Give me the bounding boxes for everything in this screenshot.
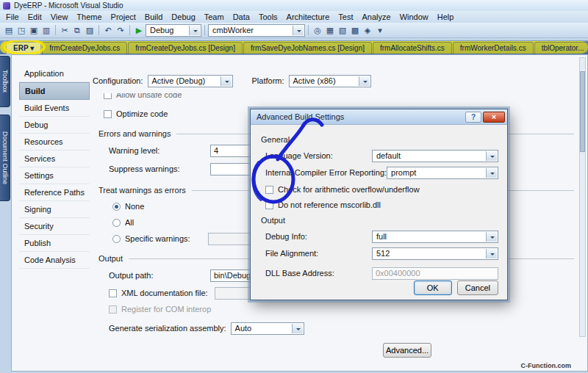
menu-item[interactable]: Test <box>334 12 357 22</box>
compiler-error-select[interactable]: prompt <box>387 167 498 179</box>
debug-info-select[interactable]: full <box>372 231 498 243</box>
xml-doc-checkbox[interactable] <box>109 289 117 297</box>
autohide-strip: Toolbox Document Outline <box>0 54 11 373</box>
toolbar-separator <box>98 25 99 35</box>
treat-specific-radio[interactable] <box>112 235 121 243</box>
toolbar-right-icon[interactable]: ▦ <box>324 24 336 36</box>
toolbar-right-icon[interactable]: ◈ <box>362 24 373 36</box>
toolbar-right-icon[interactable]: ◎ <box>312 24 323 36</box>
menu-item[interactable]: View <box>46 12 73 22</box>
compiler-error-label: Internal Compiler Error Reporting: <box>265 168 387 177</box>
toolbar-history-icon[interactable]: ↷ <box>115 24 126 36</box>
properties-nav-item[interactable]: Publish <box>19 235 90 252</box>
menu-item[interactable]: Project <box>107 12 140 22</box>
menu-item[interactable]: Tools <box>254 12 282 22</box>
watermark-text: C-Function.com <box>521 362 572 369</box>
menu-item[interactable]: Architecture <box>282 12 334 22</box>
menu-item[interactable]: Build <box>140 12 167 22</box>
mscorlib-checkbox[interactable] <box>265 201 273 209</box>
scrollbar-thumb[interactable] <box>580 71 585 152</box>
allow-unsafe-checkbox[interactable] <box>104 93 112 99</box>
toolbar-separator <box>308 25 309 35</box>
document-tab[interactable]: frmAllocateShifts.cs <box>373 42 452 54</box>
properties-nav-item[interactable]: Application <box>19 65 90 82</box>
toolbar-edit-icon[interactable]: ▨ <box>84 24 96 36</box>
toolbar-file-icon[interactable]: ▥ <box>40 24 52 36</box>
properties-nav-item[interactable]: Build <box>19 82 90 100</box>
menu-item[interactable]: Help <box>433 12 459 22</box>
treat-all-radio[interactable] <box>112 219 121 227</box>
treat-none-radio[interactable] <box>112 203 121 211</box>
properties-nav-item[interactable]: Security <box>19 218 90 235</box>
menu-item[interactable]: Analyze <box>357 12 395 22</box>
suppress-warnings-label: Suppress warnings: <box>109 164 210 173</box>
properties-nav-item[interactable]: Resources <box>19 134 90 151</box>
overflow-check-checkbox[interactable] <box>265 186 273 194</box>
dll-base-label: DLL Base Address: <box>265 269 372 278</box>
solution-configuration-select[interactable]: Debug <box>146 24 201 37</box>
platform-select[interactable]: Active (x86) <box>289 75 371 87</box>
treat-all-label: All <box>125 218 134 227</box>
dialog-title: Advanced Build Settings <box>257 112 344 121</box>
properties-nav-item[interactable]: Reference Paths <box>19 184 90 201</box>
toolbar-edit-icon[interactable]: ⧉ <box>71 24 83 36</box>
menu-item[interactable]: Window <box>395 12 433 22</box>
properties-nav-item[interactable]: Code Analysis <box>19 252 90 269</box>
document-tab[interactable]: tblOperator... <box>534 42 588 54</box>
menu-item[interactable]: Team <box>200 12 229 22</box>
menu-item[interactable]: Data <box>229 12 254 22</box>
toolbar-right-icon[interactable]: ▾ <box>374 24 386 36</box>
serialization-select[interactable]: Auto <box>231 322 304 335</box>
file-alignment-select[interactable]: 512 <box>372 247 498 260</box>
warning-level-label: Warning level: <box>109 146 210 155</box>
menu-item[interactable]: Edit <box>24 12 46 22</box>
properties-nav-item[interactable]: Debug <box>19 117 90 134</box>
properties-nav-item[interactable]: Settings <box>19 167 90 184</box>
configuration-label: Configuration: <box>93 76 143 85</box>
language-version-label: Language Version: <box>265 151 372 160</box>
toolbar-separator <box>204 25 205 35</box>
document-tab[interactable]: frmWorkerDetails.cs <box>453 42 534 54</box>
ok-button[interactable]: OK <box>414 280 452 295</box>
toolbar-edit-icon[interactable]: ✂ <box>59 24 71 36</box>
toolbar-file-icon[interactable]: ▤ <box>3 24 15 36</box>
main-toolbar: ▤◳▣▥ ✂⧉▨ ↶↷ ▶ Debug cmbWorker ◎▦▧▩◈▾ <box>0 23 588 38</box>
document-outline-vertical-tab[interactable]: Document Outline <box>0 115 10 201</box>
toolbar-right-icon[interactable]: ▧ <box>337 24 348 36</box>
document-tab[interactable]: frmCreateDyeJobs.cs [Design] <box>128 42 243 54</box>
dialog-close-icon[interactable]: × <box>483 112 505 123</box>
find-combo-input[interactable]: cmbWorker <box>208 24 305 37</box>
vertical-scrollbar[interactable] <box>579 57 586 337</box>
configuration-select[interactable]: Active (Debug) <box>148 75 233 87</box>
document-tab-strip: ERP ▾frmCreateDyeJobs.csfrmCreateDyeJobs… <box>0 40 588 54</box>
com-interop-checkbox[interactable] <box>109 305 117 314</box>
highlighter-ring <box>3 40 46 54</box>
toolbox-vertical-tab[interactable]: Toolbox <box>0 56 10 107</box>
properties-nav-item[interactable]: Services <box>19 151 90 167</box>
cancel-button[interactable]: Cancel <box>457 280 498 295</box>
optimize-code-checkbox[interactable] <box>104 110 112 118</box>
properties-nav-item[interactable]: Signing <box>19 201 90 218</box>
serialization-label: Generate serialization assembly: <box>109 324 226 333</box>
start-debug-icon[interactable]: ▶ <box>133 24 145 36</box>
properties-nav-item[interactable]: Build Events <box>19 100 90 117</box>
toolbar-file-icon[interactable]: ◳ <box>15 24 27 36</box>
advanced-button[interactable]: Advanced... <box>383 343 431 358</box>
document-tab[interactable]: frmCreateDyeJobs.cs <box>42 42 127 54</box>
dll-base-input[interactable]: 0x00400000 <box>372 267 498 280</box>
output-group-label: Output <box>98 254 123 263</box>
toolbar-separator <box>129 25 130 35</box>
language-version-select[interactable]: default <box>372 150 498 162</box>
menu-bar: FileEditViewThemeProjectBuildDebugTeamDa… <box>0 11 588 23</box>
toolbar-file-icon[interactable]: ▣ <box>28 24 40 36</box>
toolbar-history-icon[interactable]: ↶ <box>102 24 114 36</box>
dialog-title-bar: Advanced Build Settings ? × <box>251 109 507 125</box>
menu-item[interactable]: File <box>1 12 24 22</box>
dialog-help-icon[interactable]: ? <box>465 112 481 123</box>
menu-item[interactable]: Debug <box>167 12 199 22</box>
document-tab[interactable]: frmSaveDyeJobNames.cs [Design] <box>243 42 372 54</box>
allow-unsafe-label: Allow unsafe code <box>116 93 182 99</box>
menu-item[interactable]: Theme <box>72 12 106 22</box>
optimize-code-label: Optimize code <box>116 109 168 118</box>
toolbar-right-icon[interactable]: ▩ <box>349 24 361 36</box>
